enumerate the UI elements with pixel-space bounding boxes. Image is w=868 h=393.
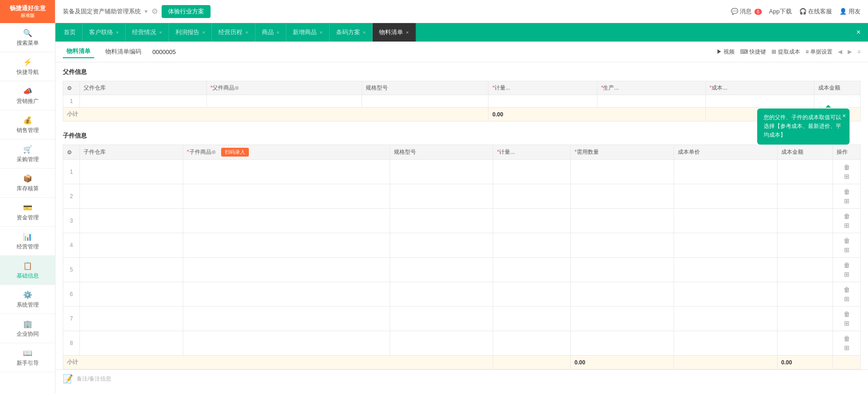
single-settings-btn[interactable]: ≡ 单据设置 xyxy=(806,48,832,56)
child-col-settings[interactable]: ⚙ xyxy=(63,145,80,160)
tab-close-btn[interactable]: × xyxy=(277,30,279,35)
sidebar-item-guide[interactable]: 📖 新手引导 xyxy=(0,343,55,372)
copy-row-btn[interactable]: ⊞ xyxy=(842,319,851,328)
nav-tab-经营情况[interactable]: 经营情况× xyxy=(126,23,169,42)
online-service-btn[interactable]: 🎧 在线客服 xyxy=(799,7,832,16)
bottom-bar: 📝 备注/备注信息 xyxy=(55,369,868,387)
delete-row-btn[interactable]: 🗑 xyxy=(842,285,852,294)
copy-row-btn[interactable]: ⊞ xyxy=(842,221,851,230)
copy-row-btn[interactable]: ⊞ xyxy=(842,294,851,303)
parent-col-produce: *生产... xyxy=(597,81,705,95)
child-col-product: *子件商品⊙ 扫码录入 xyxy=(183,145,390,160)
delete-row-btn[interactable]: 🗑 xyxy=(842,187,852,196)
nav-tab-客户联络[interactable]: 客户联络× xyxy=(83,23,126,42)
table-row: 2 🗑 ⊞ xyxy=(63,184,861,209)
marketing-icon: 📣 xyxy=(23,86,33,96)
delete-row-btn[interactable]: 🗑 xyxy=(842,236,852,245)
nav-tab-物料清单[interactable]: 物料清单× xyxy=(373,23,416,42)
child-table-header: ⚙ 子件仓库 *子件商品⊙ 扫码录入 规格型号 *计量... *需用数量 成本单… xyxy=(63,145,861,160)
sidebar-item-label: 系统管理 xyxy=(17,301,39,309)
child-col-action: 操作 xyxy=(833,145,861,160)
try-btn[interactable]: 体验行业方案 xyxy=(162,5,211,18)
delete-row-btn[interactable]: 🗑 xyxy=(842,334,852,343)
tab-close-btn[interactable]: × xyxy=(406,30,409,35)
child-col-spec: 规格型号 xyxy=(390,145,493,160)
tab-close-btn[interactable]: × xyxy=(363,30,366,35)
nav-tab-经营历程[interactable]: 经营历程× xyxy=(212,23,255,42)
child-col-cost-amount: 成本金额 xyxy=(778,145,833,160)
child-col-warehouse: 子件仓库 xyxy=(80,145,183,160)
tab-close-btn[interactable]: × xyxy=(202,30,205,35)
parent-col-settings[interactable]: ⚙ xyxy=(63,81,80,95)
copy-row-btn[interactable]: ⊞ xyxy=(842,196,851,206)
sidebar-item-quick-nav[interactable]: ⚡ 快捷导航 xyxy=(0,52,55,81)
view-btn[interactable]: ▶ 视频 xyxy=(717,48,735,56)
menu-btn[interactable]: ≡ xyxy=(857,48,861,55)
copy-row-btn[interactable]: ⊞ xyxy=(842,343,851,352)
delete-row-btn[interactable]: 🗑 xyxy=(842,260,852,270)
message-btn[interactable]: 💬 消息 6 xyxy=(731,7,762,16)
nav-next-btn[interactable]: ▶ xyxy=(848,48,852,55)
nav-tab-首页[interactable]: 首页 xyxy=(57,23,83,42)
tab-close-btn[interactable]: × xyxy=(319,30,322,35)
table-row: 8 🗑 ⊞ xyxy=(63,331,861,356)
sub-tab-bill[interactable]: 物料清单 xyxy=(63,45,94,58)
nav-prev-btn[interactable]: ◀ xyxy=(838,48,842,55)
parent-section-title: 父件信息 xyxy=(63,66,861,78)
dropdown-icon[interactable]: ▾ xyxy=(145,8,148,15)
parent-col-spec: 规格型号 xyxy=(362,81,488,95)
sidebar-item-operations[interactable]: 📊 经营管理 xyxy=(0,227,55,256)
quick-nav-icon: ⚡ xyxy=(23,57,33,67)
nav-tab-条码方案[interactable]: 条码方案× xyxy=(330,23,373,42)
settings-icon[interactable]: ⚙ xyxy=(151,7,158,16)
copy-row-btn[interactable]: ⊞ xyxy=(842,172,851,181)
nav-tab-利润报告[interactable]: 利润报告× xyxy=(169,23,212,42)
sidebar-item-enterprise[interactable]: 🏢 企业协同 xyxy=(0,314,55,343)
top-bar-left: 装备及固定资产辅助管理系统 ▾ ⚙ 体验行业方案 xyxy=(63,5,211,18)
parent-subtotal-row: 小计 0.00 0.00 xyxy=(63,108,861,121)
tab-close-btn[interactable]: × xyxy=(159,30,162,35)
note-label: 备注/备注信息 xyxy=(77,375,111,383)
child-col-unit: *计量... xyxy=(493,145,571,160)
sidebar-item-finance[interactable]: 💳 资金管理 xyxy=(0,198,55,227)
sidebar-item-label: 采购管理 xyxy=(17,156,39,163)
sidebar-item-system[interactable]: ⚙️ 系统管理 xyxy=(0,285,55,314)
tab-close-all-btn[interactable]: × xyxy=(851,28,866,36)
child-section: 子件信息 ⚙ 子件仓库 *子件商品⊙ 扫码录入 规格型号 *计量... *需用数… xyxy=(55,126,868,369)
sub-header-actions: ▶ 视频 ⌨ 快捷键 ⊞ 提取成本 ≡ 单据设置 ◀ ▶ ≡ xyxy=(717,48,861,56)
sidebar-item-label: 基础信息 xyxy=(17,272,39,280)
user-avatar[interactable]: 👤 用友 xyxy=(839,7,861,16)
delete-row-btn[interactable]: 🗑 xyxy=(842,309,852,319)
tab-close-btn[interactable]: × xyxy=(245,30,248,35)
app-logo: 畅捷通好生意 标准版 xyxy=(0,0,55,23)
search-icon: 🔍 xyxy=(23,28,33,38)
parent-col-warehouse: 父件仓库 xyxy=(80,81,207,95)
tab-close-btn[interactable]: × xyxy=(116,30,119,35)
table-row: 3 🗑 ⊞ xyxy=(63,209,861,233)
app-download-btn[interactable]: App下载 xyxy=(769,7,792,16)
sidebar-item-label: 销售管理 xyxy=(17,127,39,134)
sidebar-item-sales[interactable]: 💰 销售管理 xyxy=(0,110,55,139)
scan-input-btn[interactable]: 扫码录入 xyxy=(221,148,249,157)
shortcut-btn[interactable]: ⌨ 快捷键 xyxy=(740,48,766,56)
top-bar: 装备及固定资产辅助管理系统 ▾ ⚙ 体验行业方案 💬 消息 6 App下载 🎧 … xyxy=(55,0,868,23)
delete-row-btn[interactable]: 🗑 xyxy=(842,212,852,221)
sidebar-item-label: 搜索菜单 xyxy=(17,39,39,47)
purchase-icon: 🛒 xyxy=(23,144,33,154)
sidebar-item-search[interactable]: 🔍 搜索菜单 xyxy=(0,23,55,52)
system-icon: ⚙️ xyxy=(23,290,33,300)
sidebar-item-purchase[interactable]: 🛒 采购管理 xyxy=(0,139,55,169)
copy-row-btn[interactable]: ⊞ xyxy=(842,245,851,254)
nav-tab-商品[interactable]: 商品× xyxy=(255,23,286,42)
delete-row-btn[interactable]: 🗑 xyxy=(842,163,852,172)
sidebar-item-label: 企业协同 xyxy=(17,330,39,338)
sub-tab-code[interactable]: 物料清单编码 xyxy=(102,46,145,58)
tooltip-close-btn[interactable]: × xyxy=(842,111,846,121)
parent-col-cost-amount: 成本金额 xyxy=(814,81,861,95)
sidebar-item-basic-info[interactable]: 📋 基础信息 xyxy=(0,256,55,285)
copy-row-btn[interactable]: ⊞ xyxy=(842,270,851,279)
nav-tab-新增商品[interactable]: 新增商品× xyxy=(286,23,329,42)
sidebar-item-inventory[interactable]: 📦 库存核算 xyxy=(0,169,55,198)
extract-cost-btn[interactable]: ⊞ 提取成本 xyxy=(772,48,800,56)
sidebar-item-marketing[interactable]: 📣 营销推广 xyxy=(0,81,55,110)
